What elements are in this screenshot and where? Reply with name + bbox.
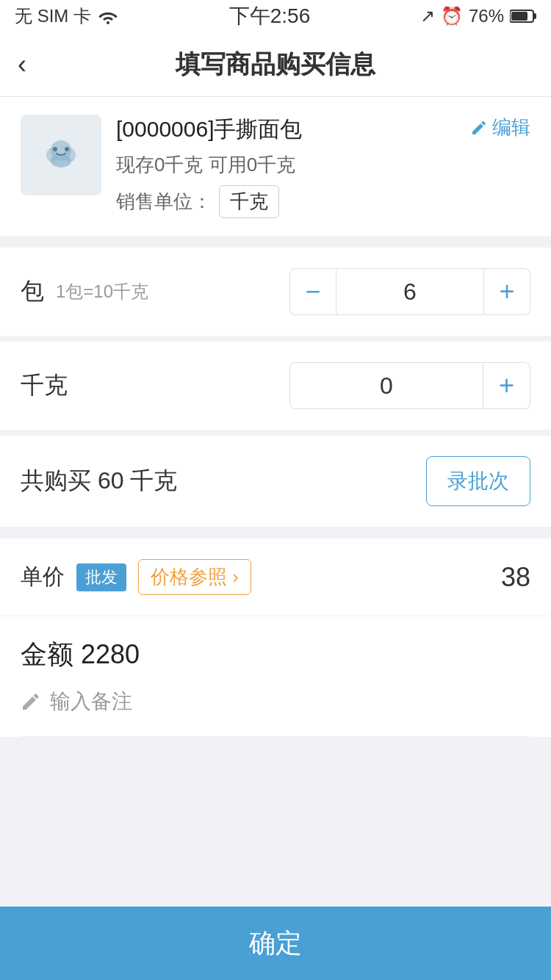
remark-placeholder: 输入备注 xyxy=(50,688,132,716)
bao-text: 包 xyxy=(21,275,44,308)
kg-label: 千克 xyxy=(21,370,68,402)
price-value: 38 xyxy=(501,562,530,593)
product-info: [0000006]手撕面包 现存0千克 可用0千克 销售单位： 千克 xyxy=(116,115,455,218)
divider-2 xyxy=(0,336,551,342)
status-bar: 无 SIM 卡 下午2:56 ↗ ⏰ 76% xyxy=(0,0,551,32)
edit-icon xyxy=(470,119,488,137)
price-section: 单价 批发 价格参照 › 38 xyxy=(0,538,551,616)
pencil-icon xyxy=(21,691,41,712)
svg-rect-2 xyxy=(511,12,527,21)
product-name: [0000006]手撕面包 xyxy=(116,115,455,145)
bao-label: 包 1包=10千克 xyxy=(21,275,148,308)
product-logo xyxy=(39,133,83,177)
product-card: [0000006]手撕面包 现存0千克 可用0千克 销售单位： 千克 编辑 xyxy=(0,97,551,242)
status-right: ↗ ⏰ 76% xyxy=(420,6,536,26)
batch-button[interactable]: 录批次 xyxy=(426,456,530,506)
carrier-text: 无 SIM 卡 xyxy=(15,4,91,28)
bao-section: 包 1包=10千克 − + xyxy=(0,248,551,336)
summary-text: 共购买 60 千克 xyxy=(21,465,177,497)
bao-minus-button[interactable]: − xyxy=(289,268,336,315)
bao-qty-control: − + xyxy=(289,268,530,315)
divider-1 xyxy=(0,242,551,248)
bao-plus-button[interactable]: + xyxy=(483,268,530,315)
status-time: 下午2:56 xyxy=(229,2,311,30)
confirm-label: 确定 xyxy=(249,926,302,962)
status-left: 无 SIM 卡 xyxy=(15,4,119,28)
price-label: 单价 xyxy=(21,562,65,592)
back-button[interactable]: ‹ xyxy=(18,49,26,80)
location-icon: ↗ xyxy=(420,6,435,26)
unit-dropdown[interactable]: 千克 xyxy=(219,185,279,218)
product-thumbnail xyxy=(21,115,101,195)
bao-qty-input[interactable] xyxy=(336,268,483,315)
kg-qty-input[interactable] xyxy=(289,362,483,409)
svg-point-6 xyxy=(51,154,71,167)
amount-section: 金额 2280 输入备注 xyxy=(0,616,551,737)
product-unit: 销售单位： 千克 xyxy=(116,185,455,218)
kg-text: 千克 xyxy=(21,370,68,402)
amount-number: 2280 xyxy=(81,639,140,669)
edit-label: 编辑 xyxy=(492,115,530,140)
amount-row: 金额 2280 xyxy=(21,637,530,673)
summary-section: 共购买 60 千克 录批次 xyxy=(0,436,551,533)
svg-rect-1 xyxy=(533,13,536,19)
kg-section: 千克 + xyxy=(0,342,551,430)
confirm-bar[interactable]: 确定 xyxy=(0,907,551,980)
wifi-icon xyxy=(97,8,119,24)
battery-text: 76% xyxy=(469,6,504,26)
bao-sub: 1包=10千克 xyxy=(56,280,148,303)
remark-row[interactable]: 输入备注 xyxy=(21,688,530,737)
divider-3 xyxy=(0,430,551,436)
svg-point-7 xyxy=(53,147,57,151)
kg-plus-button[interactable]: + xyxy=(483,362,530,409)
svg-point-8 xyxy=(65,147,69,151)
product-stock: 现存0千克 可用0千克 xyxy=(116,152,455,178)
amount-label: 金额 xyxy=(21,639,81,669)
nav-bar: ‹ 填写商品购买信息 xyxy=(0,32,551,97)
unit-label: 销售单位： xyxy=(116,189,212,215)
kg-qty-control: + xyxy=(289,362,530,409)
battery-icon xyxy=(510,9,536,24)
price-type-tag: 批发 xyxy=(76,563,126,591)
alarm-icon: ⏰ xyxy=(441,6,463,26)
bao-row: 包 1包=10千克 − + xyxy=(21,248,530,336)
edit-button[interactable]: 编辑 xyxy=(470,115,530,140)
page-title: 填写商品购买信息 xyxy=(176,48,375,82)
price-ref-button[interactable]: 价格参照 › xyxy=(138,559,251,595)
divider-4 xyxy=(0,533,551,538)
kg-row: 千克 + xyxy=(21,342,530,430)
